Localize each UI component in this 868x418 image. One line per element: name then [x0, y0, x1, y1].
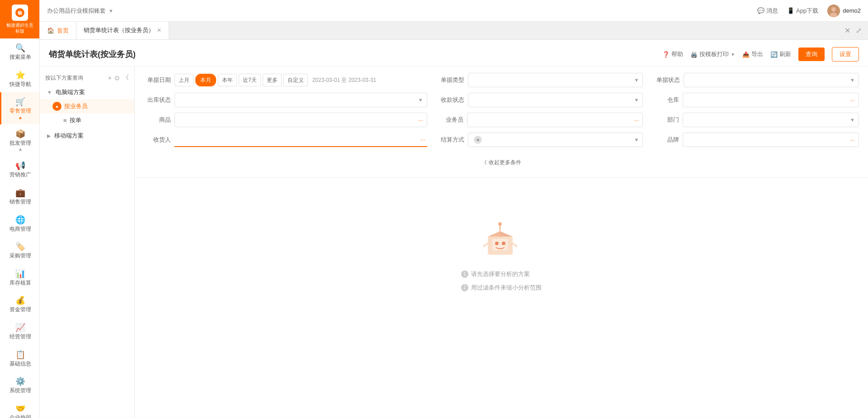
- left-panel-header: 按以下方案查询 + ⊙ 《: [40, 71, 134, 86]
- user-avatar: [827, 5, 840, 17]
- filter-brand-item: 品牌 ···: [656, 133, 859, 147]
- filter-row-1: 单据日期 上月 本月 本年 近7天 更多 自定义 2023-03-01 至 20…: [144, 73, 859, 87]
- filter-outstatus-item: 出库状态 ▼: [144, 93, 427, 107]
- status-select[interactable]: ▼: [684, 73, 859, 87]
- goods-input[interactable]: ···: [175, 113, 427, 127]
- filter-date-item: 单据日期 上月 本月 本年 近7天 更多 自定义 2023-03-01 至 20…: [144, 74, 427, 86]
- settle-value-wrap: ✕: [472, 136, 482, 144]
- user-action[interactable]: demo2: [827, 5, 861, 17]
- sidebar-item-enterprise-label: 企业协同: [9, 414, 31, 418]
- collapse-arrow-icon: 《: [481, 159, 487, 166]
- date-btn-thismonth[interactable]: 本月: [195, 74, 216, 86]
- settings-button[interactable]: 设置: [832, 47, 859, 62]
- tree-item-salesperson[interactable]: ● 按业务员: [40, 99, 134, 114]
- main-area: 办公用品行业模拟账套 ▼ 💬 消息 📱 App下载 demo2 🏠 首页: [40, 0, 868, 418]
- tab-sales-stat[interactable]: 销货单统计表（按业务员） ✕: [76, 22, 169, 39]
- finance-icon: 💰: [15, 295, 25, 305]
- sidebar-item-purchase[interactable]: 🏷️ 采购管理: [0, 237, 39, 264]
- sidebar-item-enterprise[interactable]: 🤝 企业协同: [0, 399, 39, 418]
- settle-clear-btn[interactable]: ✕: [474, 136, 482, 144]
- template-print-button[interactable]: 🖨️ 按模板打印 ▼: [690, 50, 735, 58]
- collapse-btn-label: 收起更多条件: [489, 159, 521, 166]
- outstatus-select[interactable]: ▼: [175, 93, 427, 107]
- byorder-icon: ≡: [63, 117, 67, 124]
- help-button[interactable]: ❓ 帮助: [662, 50, 683, 58]
- sidebar-item-basic[interactable]: 📋 基础信息: [0, 345, 39, 372]
- enterprise-icon: 🤝: [15, 404, 25, 413]
- date-btn-thisyear[interactable]: 本年: [218, 74, 237, 86]
- salesperson-label: 业务员: [441, 116, 463, 124]
- topbar-dropdown-arrow[interactable]: ▼: [108, 8, 113, 14]
- brand-label: 品牌: [656, 136, 679, 144]
- sidebar-item-basic-label: 基础信息: [9, 361, 31, 368]
- receiver-input[interactable]: ···: [175, 133, 427, 147]
- topbar: 办公用品行业模拟账套 ▼ 💬 消息 📱 App下载 demo2: [40, 0, 868, 22]
- dept-select[interactable]: ▼: [683, 113, 859, 127]
- settings-scheme-icon[interactable]: ⊙: [114, 74, 120, 81]
- date-btn-more[interactable]: 更多: [263, 74, 282, 86]
- tree-item-pc[interactable]: ▼ 电脑端方案: [40, 86, 134, 99]
- content-body: 按以下方案查询 + ⊙ 《 ▼ 电脑端方案 ● 按业务员: [40, 66, 868, 418]
- empty-tip-1: 1 请先选择要分析的方案: [461, 268, 542, 280]
- add-scheme-icon[interactable]: +: [108, 74, 112, 81]
- page-header: 销货单统计表(按业务员) ❓ 帮助 🖨️ 按模板打印 ▼ 📤 导出 🔄 刷: [40, 40, 868, 66]
- goods-dots: ···: [418, 117, 423, 124]
- message-action[interactable]: 💬 消息: [757, 7, 778, 15]
- sidebar-item-wholesale[interactable]: 📦 批发管理 ▲: [0, 124, 39, 157]
- sidebar-item-system[interactable]: ⚙️ 系统管理: [0, 372, 39, 399]
- tab-win-close-btn[interactable]: ✕: [844, 25, 851, 36]
- tab-close-sales-stat[interactable]: ✕: [157, 28, 161, 33]
- inventory-icon: 📊: [15, 269, 25, 279]
- app-download-action[interactable]: 📱 App下载: [787, 7, 818, 15]
- home-icon: 🏠: [47, 27, 54, 34]
- filter-status-item: 单据状态 ▼: [656, 73, 859, 87]
- topbar-title: 办公用品行业模拟账套 ▼: [47, 7, 750, 15]
- sidebar-item-retail[interactable]: 🛒 零售管理 ▲: [0, 92, 39, 124]
- tree-item-mobile[interactable]: ▶ 移动端方案: [40, 129, 134, 142]
- sidebar-item-operation-label: 经营管理: [9, 333, 31, 341]
- quick-icon: ⭐: [15, 70, 25, 80]
- sidebar-item-sales[interactable]: 💼 销售管理: [0, 183, 39, 210]
- marketing-icon: 📢: [15, 161, 25, 171]
- query-button[interactable]: 查询: [798, 48, 825, 61]
- tab-home[interactable]: 🏠 首页: [40, 22, 76, 39]
- date-btn-lastmonth[interactable]: 上月: [175, 74, 193, 86]
- empty-tip-2: 2 用过滤条件来缩小分析范围: [461, 282, 542, 294]
- type-select[interactable]: ▼: [468, 73, 643, 87]
- refresh-button[interactable]: 🔄 刷新: [770, 50, 791, 58]
- refresh-label: 刷新: [779, 50, 791, 58]
- outstatus-arrow: ▼: [418, 97, 423, 103]
- sidebar-item-purchase-label: 采购管理: [9, 252, 31, 260]
- filter-row-4: 收货人 ··· 结算方式 ✕ ▼: [144, 133, 859, 147]
- salesperson-input[interactable]: ···: [467, 113, 643, 127]
- sidebar-item-marketing[interactable]: 📢 营销推广: [0, 156, 39, 183]
- collapse-row: 《 收起更多条件: [144, 152, 859, 171]
- collapse-panel-icon[interactable]: 《: [123, 74, 129, 82]
- sidebar-item-search[interactable]: 🔍 搜索菜单: [0, 38, 39, 66]
- tree-item-byorder[interactable]: ≡ 按单: [40, 114, 134, 127]
- sidebar-item-inventory[interactable]: 📊 库存核算: [0, 264, 39, 291]
- sidebar-item-quick[interactable]: ⭐ 快捷导航: [0, 66, 39, 93]
- svg-point-4: [830, 13, 837, 17]
- sidebar-item-finance[interactable]: 💰 资金管理: [0, 291, 39, 318]
- collapse-btn[interactable]: 《 收起更多条件: [481, 156, 521, 169]
- warehouse-dots: ···: [850, 97, 855, 104]
- receiptstatus-select[interactable]: ▼: [468, 93, 643, 107]
- sidebar-item-ecommerce[interactable]: 🌐 电商管理: [0, 210, 39, 238]
- date-btn-custom[interactable]: 自定义: [283, 74, 308, 86]
- sidebar-item-operation[interactable]: 📈 经营管理: [0, 318, 39, 345]
- filter-area: 单据日期 上月 本月 本年 近7天 更多 自定义 2023-03-01 至 20…: [135, 66, 868, 178]
- app-download-icon: 📱: [787, 7, 794, 14]
- pc-tree-arrow: ▼: [47, 90, 52, 95]
- export-button[interactable]: 📤 导出: [742, 50, 763, 58]
- empty-tip-1-text: 请先选择要分析的方案: [471, 268, 530, 280]
- tab-win-expand-btn[interactable]: ⤢: [855, 25, 863, 36]
- brand-input[interactable]: ···: [683, 133, 859, 147]
- date-btn-7days[interactable]: 近7天: [239, 74, 261, 86]
- svg-point-3: [831, 7, 836, 12]
- settle-select[interactable]: ✕ ▼: [468, 133, 643, 147]
- tip-num-1: 1: [461, 271, 468, 278]
- warehouse-input[interactable]: ···: [683, 93, 859, 107]
- help-label: 帮助: [671, 50, 683, 58]
- export-icon: 📤: [742, 51, 750, 58]
